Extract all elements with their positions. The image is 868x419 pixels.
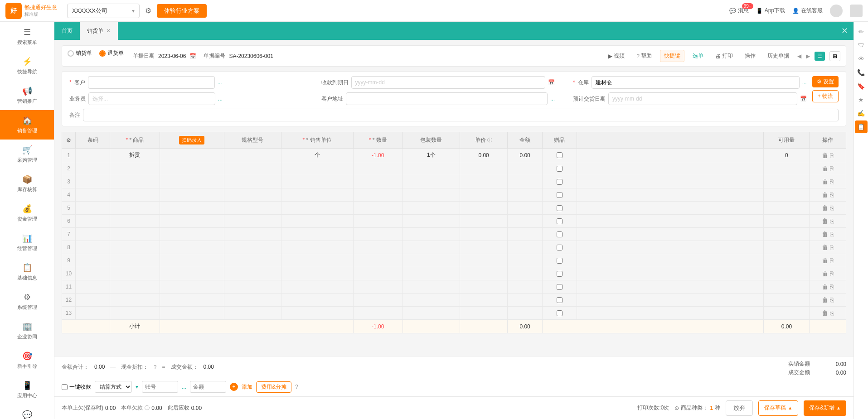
one-click-checkbox[interactable] <box>62 384 68 390</box>
tab-sales-order[interactable]: 销货单 ✕ <box>80 22 118 40</box>
user-menu[interactable] <box>850 5 863 17</box>
sidebar-item-basic-info[interactable]: 📋 基础信息 <box>0 257 54 287</box>
sidebar-item-wechat[interactable]: 💬 企业微信 <box>0 405 54 419</box>
gift-checkbox-4[interactable] <box>557 192 563 198</box>
save-new-btn[interactable]: 保存&新增 ▲ <box>804 400 846 416</box>
doc-settings-btn[interactable]: ⚙ 设置 <box>812 76 839 87</box>
delete-row-icon-1[interactable]: 🗑 <box>822 152 828 159</box>
account-input[interactable] <box>142 381 178 393</box>
payment-method-dots[interactable]: ▾ <box>136 384 138 390</box>
app-download-button[interactable]: 📱 App下载 <box>756 7 785 14</box>
expense-btn[interactable]: 费用&分摊 <box>256 381 291 393</box>
salesperson-input[interactable]: 选择... <box>88 92 215 105</box>
account-dots[interactable]: ... <box>182 384 186 390</box>
salesperson-dots[interactable]: ... <box>218 96 223 102</box>
scan-button[interactable]: 扫码录入 <box>179 136 204 144</box>
copy-row-icon-3[interactable]: ⎘ <box>830 178 834 185</box>
copy-row-icon-2[interactable]: ⎘ <box>830 165 834 172</box>
payment-amount-input[interactable] <box>190 381 226 393</box>
tab-home[interactable]: 首页 <box>54 22 80 40</box>
customer-addr-dots[interactable]: ... <box>550 96 555 102</box>
history-btn[interactable]: 历史单据 <box>764 50 793 62</box>
help-btn[interactable]: ? 帮助 <box>633 50 655 62</box>
discount-info-icon[interactable]: ? <box>154 364 156 370</box>
company-select[interactable]: XXXXXX公司 ▾ <box>67 4 140 18</box>
gift-checkbox-10[interactable] <box>557 271 563 277</box>
list-view-btn[interactable]: ☰ <box>815 52 825 61</box>
sidebar-item-newbie[interactable]: 🎯 新手引导 <box>0 346 54 375</box>
logistics-btn[interactable]: + 物流 <box>812 90 839 102</box>
gift-checkbox-9[interactable] <box>557 258 563 264</box>
radio-sales-order[interactable]: 销货单 <box>68 49 92 57</box>
settings-icon[interactable]: ⚙ <box>145 6 151 15</box>
expense-help-icon[interactable]: ? <box>295 384 298 390</box>
online-service-button[interactable]: 👤 在线客服 <box>792 7 823 14</box>
gift-checkbox-5[interactable] <box>557 205 563 211</box>
warehouse-input[interactable]: 建材仓 <box>592 76 800 89</box>
sidebar-item-purchase[interactable]: 🛒 采购管理 <box>0 140 54 169</box>
sidebar-item-quick-nav[interactable]: ⚡ 快捷导航 <box>0 51 54 81</box>
customer-dots[interactable]: ... <box>218 79 222 86</box>
due-date-calendar-icon[interactable]: 📅 <box>548 79 555 86</box>
grid-view-btn[interactable]: ⊞ <box>829 51 840 61</box>
gift-checkbox-11[interactable] <box>557 284 563 290</box>
arrears-info-icon[interactable]: ⓘ <box>145 405 150 411</box>
rt-shield-icon[interactable]: 🛡 <box>855 39 868 52</box>
gift-checkbox-1[interactable] <box>557 152 563 158</box>
close-window-icon[interactable]: ✕ <box>841 26 848 36</box>
next-record-icon[interactable]: ▶ <box>806 53 810 59</box>
sidebar-item-marketing[interactable]: 📢 营销推广 <box>0 81 54 110</box>
sidebar-item-inventory[interactable]: 📦 库存核算 <box>0 169 54 198</box>
gift-checkbox-8[interactable] <box>557 245 563 250</box>
sidebar-item-operations[interactable]: 📊 经营管理 <box>0 228 54 257</box>
radio-return-order[interactable]: 退货单 <box>99 49 124 57</box>
gift-checkbox-13[interactable] <box>557 310 563 316</box>
gift-checkbox-6[interactable] <box>557 218 563 224</box>
video-btn[interactable]: ▶ 视频 <box>605 50 628 62</box>
one-click-payment[interactable]: 一键收款 <box>62 383 91 391</box>
gift-checkbox-2[interactable] <box>557 166 563 172</box>
sidebar-item-sales[interactable]: 🏠 销售管理 <box>0 110 54 140</box>
gift-checkbox-7[interactable] <box>557 231 563 237</box>
rt-phone-icon[interactable]: 📞 <box>855 66 868 79</box>
rt-bookmark-icon[interactable]: 🔖 <box>855 80 868 92</box>
product-type-radio-icon[interactable]: ⊙ <box>674 405 679 411</box>
sidebar-item-search[interactable]: ☰ 搜索菜单 <box>0 22 54 51</box>
trial-button[interactable]: 体验行业方案 <box>157 4 207 18</box>
warehouse-dots[interactable]: ... <box>802 79 807 86</box>
sidebar-item-system[interactable]: ⚙ 系统管理 <box>0 287 54 316</box>
select-btn[interactable]: 选单 <box>689 50 707 62</box>
gift-checkbox-12[interactable] <box>557 297 563 303</box>
delete-row-icon-3[interactable]: 🗑 <box>822 178 828 185</box>
rt-star-icon[interactable]: ★ <box>855 93 868 106</box>
save-draft-btn[interactable]: 保存草稿 ▲ <box>758 400 798 416</box>
add-payment-btn[interactable]: + <box>230 383 238 391</box>
date-picker-icon[interactable]: 📅 <box>189 53 196 59</box>
notes-input[interactable] <box>83 109 839 121</box>
due-date-input[interactable]: yyyy-mm-dd <box>351 76 546 89</box>
sidebar-item-app-center[interactable]: 📱 应用中心 <box>0 375 54 405</box>
delete-row-icon-2[interactable]: 🗑 <box>822 165 828 172</box>
abandon-btn[interactable]: 放弃 <box>726 400 753 416</box>
expected-delivery-calendar-icon[interactable]: 📅 <box>800 96 807 102</box>
sidebar-item-finance[interactable]: 💰 资金管理 <box>0 198 54 228</box>
tab-close-icon[interactable]: ✕ <box>106 28 111 34</box>
payment-method-select[interactable]: 结算方式 <box>95 381 132 393</box>
gift-checkbox-3[interactable] <box>557 179 563 185</box>
rt-eye-icon[interactable]: 👁 <box>855 53 868 65</box>
messages-button[interactable]: 💬 消息 99+ <box>729 7 749 14</box>
operations-btn[interactable]: 操作 <box>741 50 759 62</box>
avatar[interactable] <box>830 5 843 17</box>
copy-row-icon-1[interactable]: ⎘ <box>830 152 834 159</box>
print-btn[interactable]: 🖨 打印 <box>712 50 737 62</box>
expected-delivery-input[interactable]: yyyy-mm-dd <box>608 92 797 105</box>
rt-edit-icon[interactable]: ✏ <box>855 25 868 38</box>
customer-input[interactable] <box>88 76 215 89</box>
prev-record-icon[interactable]: ◀ <box>797 53 801 59</box>
rt-pencil-icon[interactable]: ✍ <box>855 107 868 120</box>
customer-addr-input[interactable] <box>346 92 548 105</box>
shortcut-btn[interactable]: 快捷键 <box>660 50 684 62</box>
sidebar-item-enterprise[interactable]: 🏢 企业协同 <box>0 316 54 346</box>
add-payment-label[interactable]: 添加 <box>242 383 252 391</box>
rt-active-icon[interactable]: 📋 <box>855 120 868 133</box>
